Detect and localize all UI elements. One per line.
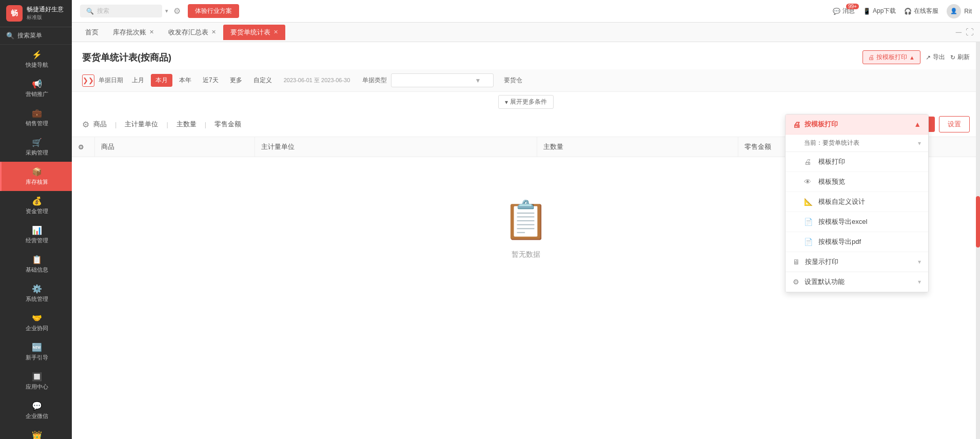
type-select[interactable]: ▼	[391, 73, 494, 87]
sidebar-item-system[interactable]: ⚙️ 系统管理	[0, 279, 72, 308]
empty-text: 暂无数据	[512, 250, 540, 259]
finance-icon: 💰	[32, 196, 42, 206]
app-icon: 📱	[863, 8, 871, 15]
dropdown-default-func[interactable]: ⚙ 设置默认功能 ▾	[786, 272, 928, 292]
trial-btn[interactable]: 体验行业方案	[188, 4, 239, 18]
print-icon: 🖨	[868, 54, 874, 61]
basics-icon: 📋	[32, 255, 42, 264]
operations-icon: 📊	[32, 225, 42, 235]
topbar-messages[interactable]: 💬 消息 99+	[833, 7, 855, 15]
custom-btn[interactable]: 自定义	[249, 74, 277, 87]
dropdown-header-print-icon: 🖨	[793, 120, 800, 129]
export-btn[interactable]: ↗ 导出	[926, 53, 945, 62]
template-custom-icon: 📐	[804, 198, 813, 206]
topbar-customer-service[interactable]: 🎧 在线客服	[904, 7, 938, 15]
dropdown-template-excel[interactable]: 📄 按模板导出excel	[786, 212, 928, 232]
dropdown-template-custom[interactable]: 📐 模板自定义设计	[786, 192, 928, 212]
expand-chevron-icon: ▾	[505, 99, 508, 106]
sales-icon: 💼	[32, 108, 42, 118]
right-scrollbar[interactable]	[976, 42, 980, 439]
tab-close-collect-summary[interactable]: ✕	[211, 29, 216, 35]
filter-bar: ❯❯ 单据日期 上月 本月 本年 近7天 更多 自定义 2023-06-01 至…	[72, 69, 980, 92]
sidebar-item-guide[interactable]: 🆕 新手引导	[0, 337, 72, 367]
topbar-search[interactable]: 🔍 搜索	[80, 5, 162, 17]
refresh-btn[interactable]: ↻ 刷新	[950, 53, 970, 62]
empty-icon: 📋	[503, 198, 549, 242]
sidebar-item-member[interactable]: 👑 畅会员	[0, 425, 72, 439]
export-icon: ↗	[926, 54, 931, 61]
scrollbar-thumb[interactable]	[976, 196, 980, 247]
page-title: 要货单统计表(按商品)	[82, 51, 171, 64]
default-func-arrow: ▾	[918, 278, 921, 285]
quick-nav-icon: ⚡	[32, 50, 42, 60]
logo-icon: 畅	[6, 5, 23, 22]
more-btn[interactable]: 更多	[225, 74, 247, 87]
main-area: 🔍 搜索 ▾ ⚙ 体验行业方案 💬 消息 99+ 📱 App下载 🎧 在线客服 …	[72, 0, 980, 439]
dropdown-current-item[interactable]: 当前：要货单统计表 ▾	[786, 135, 928, 152]
table-settings-icon[interactable]: ⚙	[82, 120, 89, 129]
member-icon: 👑	[32, 430, 42, 439]
sidebar-item-finance[interactable]: 💰 资金管理	[0, 191, 72, 220]
dropdown-template-preview[interactable]: 👁 模板预览	[786, 172, 928, 192]
topbar-user[interactable]: 👤 Rit	[947, 4, 972, 18]
col-product: 商品	[94, 137, 254, 157]
display-print-arrow: ▾	[918, 258, 921, 265]
system-icon: ⚙️	[32, 284, 42, 294]
sidebar-item-quick-nav[interactable]: ⚡ 快捷导航	[0, 45, 72, 74]
dropdown-template-print[interactable]: 🖨 模板打印	[786, 152, 928, 172]
sidebar-item-purchase[interactable]: 🛒 采购管理	[0, 132, 72, 162]
default-func-icon: ⚙	[793, 278, 799, 286]
topbar-app-download[interactable]: 📱 App下载	[863, 7, 896, 15]
expand-more-btn[interactable]: ▾ 展开更多条件	[498, 95, 554, 109]
column-qty: 主数量	[177, 120, 197, 129]
tab-collect-summary[interactable]: 收发存汇总表 ✕	[161, 25, 223, 40]
sidebar-item-operations[interactable]: 📊 经营管理	[0, 220, 72, 250]
dropdown-current-arrow: ▾	[918, 140, 921, 147]
logo-text: 畅捷通好生意 标准版	[27, 6, 64, 21]
sidebar-item-marketing[interactable]: 📢 营销推广	[0, 74, 72, 103]
topbar-settings-icon[interactable]: ⚙	[173, 6, 181, 16]
sidebar-item-wechat[interactable]: 💬 企业微信	[0, 396, 72, 425]
print-template-btn[interactable]: 🖨 按模板打印 ▲	[863, 50, 920, 64]
sidebar-item-inventory[interactable]: 📦 库存核算	[0, 162, 72, 191]
sidebar-item-collab[interactable]: 🤝 企业协同	[0, 308, 72, 337]
dropdown-header[interactable]: 🖨 按模板打印 ▲	[786, 114, 928, 135]
template-pdf-icon: 📄	[804, 238, 813, 246]
col-quantity: 主数量	[537, 137, 738, 157]
current-year-btn[interactable]: 本年	[174, 74, 196, 87]
avatar: 👤	[947, 4, 961, 18]
refresh-icon: ↻	[950, 54, 955, 61]
type-label: 单据类型	[362, 76, 387, 85]
dropdown-template-pdf[interactable]: 📄 按模板导出pdf	[786, 232, 928, 252]
settings-btn[interactable]: 设置	[939, 116, 970, 132]
sidebar-logo: 畅 畅捷通好生意 标准版	[0, 0, 72, 27]
tab-order-stats[interactable]: 要货单统计表 ✕	[223, 25, 285, 40]
inventory-icon: 📦	[32, 167, 42, 177]
sidebar-item-basics[interactable]: 📋 基础信息	[0, 250, 72, 279]
prev-month-btn[interactable]: 上月	[127, 74, 149, 87]
tab-minimize-icon[interactable]: ─	[956, 28, 962, 37]
sidebar-search[interactable]: 🔍 搜索菜单	[0, 27, 72, 45]
col-settings-icon: ⚙	[78, 143, 84, 151]
tab-close-order-stats[interactable]: ✕	[273, 29, 278, 35]
last7days-btn[interactable]: 近7天	[198, 74, 223, 87]
template-print-icon: 🖨	[804, 158, 813, 166]
type-select-placeholder	[396, 76, 402, 85]
col-unit: 主计量单位	[254, 137, 537, 157]
dropdown-display-print[interactable]: 🖥 按显示打印 ▾	[786, 252, 928, 272]
current-month-btn[interactable]: 本月	[151, 74, 172, 87]
purchase-icon: 🛒	[32, 138, 42, 147]
column-label: 商品	[93, 120, 107, 129]
col-settings[interactable]: ⚙	[72, 137, 94, 157]
tab-close-batch-account[interactable]: ✕	[149, 29, 154, 35]
sidebar-item-appstore[interactable]: 🔲 应用中心	[0, 367, 72, 396]
date-label: 单据日期	[99, 76, 123, 85]
filter-expand-icon[interactable]: ❯❯	[82, 74, 94, 87]
tab-home[interactable]: 首页	[78, 25, 106, 40]
tab-batch-account[interactable]: 库存批次账 ✕	[106, 25, 161, 40]
message-badge: 99+	[846, 4, 859, 9]
tab-maximize-icon[interactable]: ⛶	[966, 28, 974, 37]
dropdown-collapse-arrow[interactable]: ▲	[914, 120, 921, 128]
sidebar-item-sales[interactable]: 💼 销售管理	[0, 103, 72, 132]
topbar-dropdown-arrow[interactable]: ▾	[165, 8, 168, 14]
